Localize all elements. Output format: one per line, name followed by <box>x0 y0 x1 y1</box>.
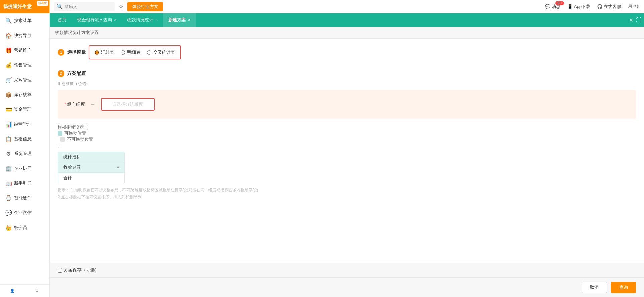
guide-icon: 📖 <box>5 180 11 187</box>
section2-header: 2 方案配置 <box>58 70 636 77</box>
section-template: 1 选择模板 汇总表 明细表 交叉统计表 <box>58 45 636 63</box>
row-label-text: 纵向维度 <box>67 102 85 107</box>
sidebar-item-sales[interactable]: 💰销售管理 <box>0 58 49 72</box>
indicator-header: 模板指标设定（ 可拖动位置 不可拖动位置 ） <box>58 124 636 148</box>
service-label: 在线客服 <box>604 4 621 10</box>
chevron-down-icon: ▾ <box>117 165 119 170</box>
system-label: 系统管理 <box>14 151 32 157</box>
indicator-cell-label: 收款金额 <box>63 164 81 170</box>
radio-summary-input[interactable] <box>95 50 99 55</box>
app-download-item[interactable]: 📱 App下载 <box>567 4 590 10</box>
sidebar-logo: 畅捷通好生意 标准版 <box>0 0 49 13</box>
breadcrumb-text: 收款情况统计方案设置 <box>55 30 99 35</box>
tab-label-new-plan: 新建方案 <box>168 17 186 23</box>
search-menu-label: 搜索菜单 <box>14 18 32 24</box>
tabs-actions: ✕ ⛶ <box>629 17 641 23</box>
gear-icon[interactable]: ⚙ <box>119 3 123 10</box>
sidebar-item-inventory[interactable]: 📦库存核算 <box>0 87 49 102</box>
section-config: 2 方案配置 汇总维度（必选） * 纵向维度 → 请选择分组维度 <box>58 70 636 201</box>
indicator-setting-label: 模板指标设定（ 可拖动位置 不可拖动位置 ） <box>58 124 93 148</box>
radio-summary-label[interactable]: 汇总表 <box>101 49 114 55</box>
cancel-button[interactable]: 取消 <box>582 282 607 293</box>
save-checkbox[interactable] <box>58 268 62 273</box>
sidebar-item-member[interactable]: 👑畅会员 <box>0 220 49 235</box>
dimension-label: 汇总维度（必选） <box>58 81 636 87</box>
dimension-placeholder[interactable]: 请选择分组维度 <box>101 98 155 111</box>
sidebar-item-capital[interactable]: 💳资金管理 <box>0 102 49 117</box>
sidebar-item-system[interactable]: ⚙系统管理 <box>0 146 49 161</box>
sales-label: 销售管理 <box>14 62 32 68</box>
search-icon: 🔍 <box>56 3 63 10</box>
section1-header: 1 选择模板 汇总表 明细表 交叉统计表 <box>58 45 636 59</box>
radio-detail[interactable]: 明细表 <box>121 49 140 55</box>
tab-label-collection-stat: 收款情况统计 <box>127 17 153 23</box>
close-window-icon[interactable]: ✕ <box>629 17 633 23</box>
tab-collection-stat[interactable]: 收款情况统计× <box>122 13 163 27</box>
content-area: 1 选择模板 汇总表 明细表 交叉统计表 <box>50 39 644 263</box>
maximize-icon[interactable]: ⛶ <box>636 17 641 23</box>
sidebar-item-guide[interactable]: 📖新手引导 <box>0 176 49 191</box>
tab-close-bank-flow[interactable]: × <box>114 18 116 22</box>
tab-new-plan[interactable]: 新建方案× <box>163 13 196 27</box>
online-service-item[interactable]: 🎧 在线客服 <box>597 4 621 10</box>
sidebar-item-basic-info[interactable]: 📋基础信息 <box>0 132 49 146</box>
sidebar-item-operation[interactable]: 📊经营管理 <box>0 117 49 132</box>
section1-num: 1 <box>58 49 64 56</box>
save-label[interactable]: 方案保存（可选） <box>58 267 99 273</box>
indicator-cell-amount[interactable]: 收款金额 ▾ <box>58 162 124 172</box>
search-box: 🔍 <box>54 2 115 11</box>
service-icon: 🎧 <box>597 4 602 9</box>
template-options-box: 汇总表 明细表 交叉统计表 <box>89 45 181 59</box>
tips-section: 提示： 1.拖动标题栏可以调整布局，不可跨维度或指标区域拖动栏目字段(只能在同一… <box>58 187 636 200</box>
topbar: 🔍 ⚙ 体验行业方案 💬 消息 99+ 📱 App下载 🎧 在线客服 用户名 <box>50 0 644 13</box>
radio-cross-input[interactable] <box>147 50 151 55</box>
tab-bank-flow[interactable]: 现金银行流水查询× <box>72 13 122 27</box>
main-area: 🔍 ⚙ 体验行业方案 💬 消息 99+ 📱 App下载 🎧 在线客服 用户名 首… <box>50 0 644 297</box>
message-item[interactable]: 💬 消息 99+ <box>545 4 560 10</box>
legend-fixed-box <box>60 137 65 142</box>
capital-icon: 💳 <box>5 106 11 113</box>
marketing-icon: 🎁 <box>5 47 11 54</box>
guide-label: 新手引导 <box>14 180 32 186</box>
sidebar-item-enterprise[interactable]: 🏢企业协同 <box>0 161 49 176</box>
arrow-icon: → <box>90 101 96 107</box>
operation-label: 经营管理 <box>14 121 32 127</box>
radio-detail-label[interactable]: 明细表 <box>127 49 140 55</box>
wechat-label: 企业微信 <box>14 210 32 216</box>
sidebar-item-purchase[interactable]: 🛒采购管理 <box>0 72 49 87</box>
sidebar-item-wechat[interactable]: 💬企业微信 <box>0 205 49 220</box>
sidebar-bottom-right[interactable]: ⚙ <box>25 287 50 294</box>
sidebar-item-quick-nav[interactable]: 🏠快捷导航 <box>0 28 49 43</box>
indicator-table: 统计指标 收款金额 ▾ 合计 <box>58 152 125 183</box>
purchase-label: 采购管理 <box>14 77 32 83</box>
system-icon: ⚙ <box>5 151 11 157</box>
radio-summary[interactable]: 汇总表 <box>95 49 114 55</box>
radio-detail-input[interactable] <box>121 50 125 55</box>
capital-label: 资金管理 <box>14 106 32 112</box>
member-icon: 👑 <box>5 225 11 231</box>
marketing-label: 营销推广 <box>14 47 32 53</box>
indicator-table-header: 统计指标 <box>58 152 124 162</box>
operation-icon: 📊 <box>5 121 11 128</box>
tab-label-home: 首页 <box>58 17 66 23</box>
sidebar-item-smart-hw[interactable]: ⌚智能硬件 <box>0 191 49 205</box>
tab-close-new-plan[interactable]: × <box>188 18 190 22</box>
tab-close-collection-stat[interactable]: × <box>155 18 158 22</box>
indicator-cell-total: 合计 <box>58 172 124 183</box>
radio-cross[interactable]: 交叉统计表 <box>147 49 175 55</box>
inventory-label: 库存核算 <box>14 92 32 98</box>
radio-cross-label[interactable]: 交叉统计表 <box>153 49 175 55</box>
smart-hw-label: 智能硬件 <box>14 195 32 201</box>
sidebar-bottom-left[interactable]: 👤 <box>0 287 25 294</box>
sidebar-item-search-menu[interactable]: 🔍搜索菜单 <box>0 13 49 28</box>
search-input[interactable] <box>65 4 112 9</box>
sidebar-item-marketing[interactable]: 🎁营销推广 <box>0 43 49 58</box>
quick-nav-icon: 🏠 <box>5 33 11 39</box>
footer-buttons: 取消 查询 <box>50 277 644 297</box>
tab-home[interactable]: 首页 <box>52 13 72 27</box>
legend-draggable-label: 可拖动位置 <box>64 130 86 136</box>
query-button[interactable]: 查询 <box>611 282 636 293</box>
save-label-text: 方案保存（可选） <box>64 267 99 273</box>
legend-draggable: 可拖动位置 <box>58 130 93 136</box>
trial-button[interactable]: 体验行业方案 <box>127 2 163 11</box>
